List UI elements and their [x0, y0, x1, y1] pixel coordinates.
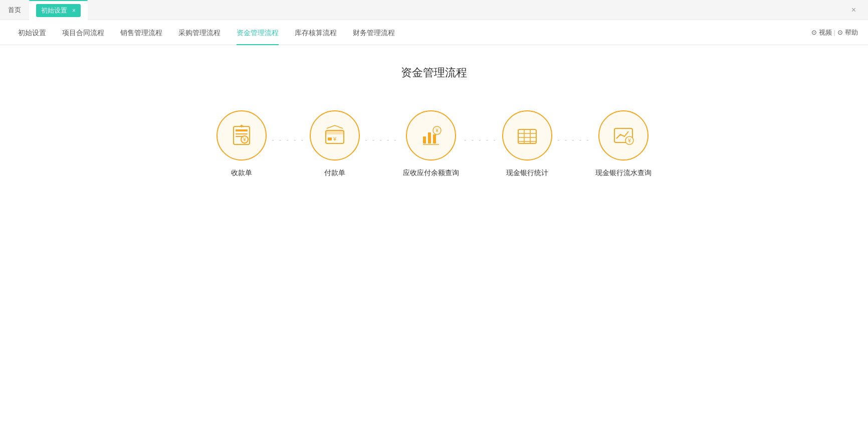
- svg-rect-12: [433, 134, 436, 143]
- flow-label-payment: 付款单: [324, 169, 345, 178]
- nav-financial-management[interactable]: 财务管理流程: [345, 20, 403, 45]
- svg-text:¥: ¥: [243, 137, 246, 142]
- svg-text:¥: ¥: [435, 128, 439, 133]
- flow-circle-flow-query: ¥: [598, 110, 648, 161]
- active-tab-text: 初始设置: [41, 6, 67, 15]
- top-bar: 首页 初始设置 × ×: [0, 0, 868, 20]
- svg-rect-10: [423, 136, 426, 143]
- nav-right-links: ⊙ 视频 | ⊙ 帮助: [811, 28, 858, 37]
- flow-query-icon: ¥: [610, 122, 636, 149]
- top-right-controls: ×: [847, 6, 868, 15]
- svg-rect-2: [236, 133, 248, 134]
- help-link[interactable]: 帮助: [845, 28, 858, 37]
- active-tab: 初始设置 ×: [29, 0, 88, 20]
- svg-rect-11: [428, 132, 431, 143]
- connector-2: - - - - -: [360, 136, 403, 144]
- flow-label-bank-stats: 现金银行统计: [506, 169, 548, 178]
- nav-initial-setup[interactable]: 初始设置: [10, 20, 54, 45]
- dots-4: - - - - -: [557, 136, 590, 144]
- nav-fund-management[interactable]: 资金管理流程: [229, 20, 287, 45]
- connector-4: - - - - -: [552, 136, 595, 144]
- flow-item-payment[interactable]: ¥ 付款单: [310, 110, 360, 178]
- flow-circle-bank-stats: [502, 110, 552, 161]
- tab-close-icon[interactable]: ×: [72, 7, 76, 14]
- nav-project-contract[interactable]: 项目合同流程: [54, 20, 112, 45]
- dots-1: - - - - -: [272, 136, 305, 144]
- page-title: 资金管理流程: [401, 65, 467, 80]
- nav-inventory-accounting[interactable]: 库存核算流程: [287, 20, 345, 45]
- home-tab[interactable]: 首页: [0, 0, 29, 20]
- bank-stats-icon: [514, 122, 540, 149]
- nav-purchase-management[interactable]: 采购管理流程: [170, 20, 229, 45]
- dots-3: - - - - -: [464, 136, 497, 144]
- flow-item-receipt[interactable]: ¥ 收款单: [216, 110, 267, 178]
- flow-circle-balance: ¥: [406, 110, 456, 161]
- main-content: 资金管理流程 ¥ 收款单 - - - - -: [0, 45, 868, 198]
- svg-rect-8: [328, 137, 332, 140]
- flow-label-receipt: 收款单: [231, 169, 252, 178]
- circle-icon: ⊙: [811, 29, 817, 36]
- flow-label-balance: 应收应付余额查询: [403, 169, 459, 178]
- balance-query-icon: ¥: [418, 122, 444, 149]
- flow-circle-payment: ¥: [310, 110, 360, 161]
- payment-icon: ¥: [322, 122, 348, 149]
- nav-bar: 初始设置 项目合同流程 销售管理流程 采购管理流程 资金管理流程 库存核算流程 …: [0, 20, 868, 45]
- flow-container: ¥ 收款单 - - - - - ¥ 付款单: [216, 110, 652, 178]
- connector-1: - - - - -: [267, 136, 310, 144]
- flow-item-bank-stats[interactable]: 现金银行统计: [502, 110, 552, 178]
- flow-item-balance-query[interactable]: ¥ 应收应付余额查询: [403, 110, 459, 178]
- divider: |: [834, 29, 835, 36]
- svg-text:¥: ¥: [627, 138, 631, 143]
- dots-2: - - - - -: [365, 136, 398, 144]
- circle-icon2: ⊙: [837, 29, 843, 36]
- video-link[interactable]: 视频: [819, 28, 832, 37]
- receipt-icon: ¥: [229, 122, 255, 149]
- connector-3: - - - - -: [459, 136, 502, 144]
- flow-item-flow-query[interactable]: ¥ 现金银行流水查询: [595, 110, 652, 178]
- active-tab-label: 初始设置 ×: [36, 4, 81, 17]
- flow-label-flow-query: 现金银行流水查询: [595, 169, 652, 178]
- svg-rect-7: [326, 130, 344, 134]
- flow-circle-receipt: ¥: [216, 110, 267, 161]
- svg-text:¥: ¥: [333, 136, 337, 142]
- window-close-button[interactable]: ×: [847, 6, 860, 15]
- svg-rect-1: [236, 129, 248, 131]
- nav-sales-management[interactable]: 销售管理流程: [112, 20, 170, 45]
